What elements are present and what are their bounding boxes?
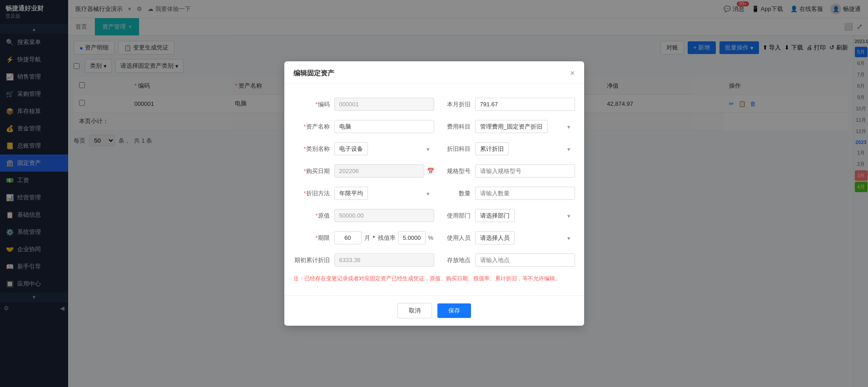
- purchase-date-input[interactable]: [334, 164, 424, 178]
- form-row-dep-method: *折旧方法 年限平均: [293, 182, 434, 204]
- location-input[interactable]: [475, 253, 575, 267]
- form-row-code: *编码: [293, 93, 434, 115]
- dep-method-label: *折旧方法: [293, 189, 334, 198]
- form-row-quantity: 数量: [434, 182, 575, 204]
- purchase-date-label: *购买日期: [293, 167, 334, 175]
- form-row-department: 使用部门 请选择部门: [434, 204, 575, 227]
- initial-dep-input[interactable]: [334, 253, 434, 267]
- modal-header: 编辑固定资产 ×: [284, 61, 584, 84]
- dep-account-label: 折旧科目: [434, 145, 475, 153]
- person-label: 使用人员: [434, 234, 475, 242]
- category-select[interactable]: 电子设备: [334, 142, 368, 155]
- form-row-original-value: *原值: [293, 204, 434, 227]
- original-value-input[interactable]: [334, 209, 434, 222]
- form-row-initial-dep: 期初累计折旧: [293, 249, 434, 271]
- original-value-label: *原值: [293, 212, 334, 220]
- initial-dep-label: 期初累计折旧: [293, 256, 334, 264]
- expense-account-label: 费用科目: [434, 123, 475, 131]
- modal-body: *编码 *资产名称 *类别名称: [284, 84, 584, 295]
- location-label: 存放地点: [434, 256, 475, 264]
- quantity-label: 数量: [434, 189, 475, 198]
- calendar-icon[interactable]: 📅: [427, 168, 434, 174]
- period-unit: 月: [364, 234, 370, 242]
- expense-account-select[interactable]: 管理费用_固定资产折旧: [475, 120, 548, 133]
- form-row-purchase-date: *购买日期 📅: [293, 160, 434, 182]
- modal-overlay[interactable]: 编辑固定资产 × *编码 *资产名称: [0, 0, 868, 387]
- code-input[interactable]: [334, 98, 434, 111]
- dep-method-select[interactable]: 年限平均: [334, 187, 368, 200]
- spec-model-label: 规格型号: [434, 167, 475, 175]
- department-select[interactable]: 请选择部门: [475, 209, 515, 222]
- form-row-person: 使用人员 请选择人员: [434, 227, 575, 249]
- quantity-input[interactable]: [475, 187, 575, 200]
- modal-title: 编辑固定资产: [293, 69, 334, 78]
- modal-note: 注：已经存在变更记录或者对应固定资产已经生成凭证，原值、购买日期、残值率、累计折…: [293, 271, 575, 286]
- modal-close-icon[interactable]: ×: [570, 69, 575, 78]
- category-label: *类别名称: [293, 145, 334, 153]
- spec-model-input[interactable]: [475, 164, 575, 178]
- residual-rate-unit: %: [428, 234, 434, 241]
- form-row-period: *期限 月 * 残值率 %: [293, 227, 434, 249]
- modal-footer: 取消 保存: [284, 295, 584, 326]
- form-row-dep-account: 折旧科目 累计折旧: [434, 138, 575, 160]
- name-label: *资产名称: [293, 123, 334, 131]
- residual-rate-input[interactable]: [398, 231, 426, 244]
- form-row-expense-account: 费用科目 管理费用_固定资产折旧: [434, 115, 575, 138]
- form-left-col: *编码 *资产名称 *类别名称: [293, 93, 434, 271]
- name-input[interactable]: [334, 120, 434, 133]
- period-input[interactable]: [334, 231, 362, 244]
- period-label: *期限: [293, 234, 334, 242]
- form-row-name: *资产名称: [293, 115, 434, 138]
- monthly-dep-label: 本月折旧: [434, 100, 475, 109]
- form-grid: *编码 *资产名称 *类别名称: [293, 93, 575, 271]
- person-select[interactable]: 请选择人员: [475, 231, 515, 244]
- form-row-spec-model: 规格型号: [434, 160, 575, 182]
- form-row-monthly-dep: 本月折旧: [434, 93, 575, 115]
- residual-rate-label: 残值率: [378, 234, 396, 242]
- monthly-dep-input[interactable]: [475, 98, 575, 111]
- form-row-location: 存放地点: [434, 249, 575, 271]
- cancel-btn[interactable]: 取消: [397, 303, 432, 318]
- department-label: 使用部门: [434, 212, 475, 220]
- edit-asset-modal: 编辑固定资产 × *编码 *资产名称: [284, 61, 584, 326]
- form-right-col: 本月折旧 费用科目 管理费用_固定资产折旧: [434, 93, 575, 271]
- dep-account-select[interactable]: 累计折旧: [475, 142, 509, 155]
- code-label: *编码: [293, 100, 334, 109]
- save-btn[interactable]: 保存: [437, 303, 471, 318]
- form-row-category: *类别名称 电子设备: [293, 138, 434, 160]
